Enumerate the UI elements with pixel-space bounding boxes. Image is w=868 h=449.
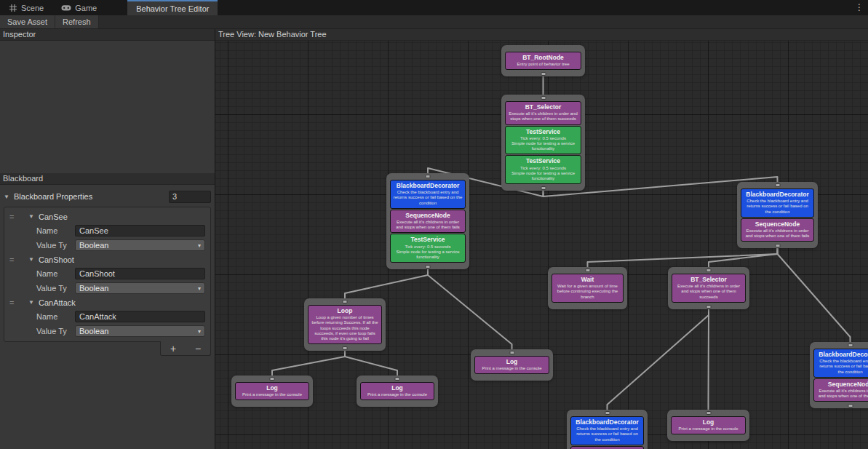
node-connector-top[interactable] — [605, 411, 610, 415]
bt-node-selector_right[interactable]: BT_SelectorExecute all it's childrens in… — [668, 267, 749, 309]
node-block-composite[interactable]: LoopLoop a given number of times before … — [308, 305, 382, 344]
save-asset-button[interactable]: Save Asset — [0, 15, 55, 28]
node-connector-top[interactable] — [706, 269, 712, 272]
node-block-service[interactable]: TestServiceTick every: 0.5 seconds Simpl… — [390, 234, 466, 263]
node-block-composite[interactable]: BT_SelectorExecute all it's children in … — [505, 101, 581, 125]
node-connector-top[interactable] — [706, 411, 711, 415]
tab-game[interactable]: Game — [52, 0, 105, 15]
node-description: Execute all it's children in order and s… — [508, 111, 578, 122]
node-description: Check the blackboard entry and returns s… — [816, 359, 868, 375]
property-item-header[interactable]: =▼CanShoot — [4, 253, 210, 266]
drag-handle-icon[interactable]: = — [9, 298, 28, 307]
node-connector-bottom[interactable] — [775, 244, 780, 247]
node-block-decorator[interactable]: BlackboardDecoratorCheck the blackboard … — [570, 416, 644, 445]
property-name-row: Name — [4, 309, 210, 324]
bt-node-loop[interactable]: LoopLoop a given number of times before … — [304, 298, 386, 351]
node-block-composite[interactable]: BT_SelectorExecute all it's childrens in… — [672, 274, 746, 303]
node-description: Print a message in the console — [238, 392, 306, 397]
property-item-header[interactable]: =▼CanAttack — [4, 295, 210, 309]
node-title: TestService — [508, 157, 578, 164]
tab-behavior-tree-editor[interactable]: Behavior Tree Editor — [127, 0, 218, 15]
node-connector-top[interactable] — [848, 343, 853, 347]
node-block-service[interactable]: TestServiceTick every: 0.5 seconds Simpl… — [505, 126, 581, 155]
foldout-arrow-icon[interactable]: ▼ — [28, 213, 36, 220]
property-item-header[interactable]: =▼CanSee — [4, 210, 210, 223]
add-property-button[interactable]: + — [163, 342, 183, 355]
value-type-selected: Boolean — [79, 327, 108, 335]
node-block-composite[interactable]: SequenceNodeExecute all it's childrens i… — [813, 378, 868, 402]
node-connector-bottom[interactable] — [706, 305, 712, 309]
value-type-selected: Boolean — [79, 284, 108, 293]
node-block-action[interactable]: LogPrint a message in the console — [570, 446, 644, 449]
node-connector-top[interactable] — [585, 269, 590, 272]
node-block-action[interactable]: WaitWait for a given amount of time befo… — [552, 274, 624, 303]
bt-node-selector_top[interactable]: BT_SelectorExecute all it's children in … — [501, 95, 585, 191]
node-connector-top[interactable] — [775, 183, 780, 187]
value-type-dropdown[interactable]: Boolean▾ — [75, 239, 205, 251]
foldout-arrow-icon[interactable]: ▼ — [28, 299, 36, 306]
value-type-dropdown[interactable]: Boolean▾ — [75, 282, 205, 294]
bt-node-root[interactable]: BT_RootNodeEntry point of behavior tree — [501, 45, 585, 76]
node-block-decorator[interactable]: BlackboardDecoratorCheck the blackboard … — [390, 180, 466, 209]
node-connector-top[interactable] — [541, 96, 546, 100]
node-block-service[interactable]: TestServiceTick every: 0.5 seconds Simpl… — [505, 155, 581, 184]
edge-left_seq-loop — [345, 267, 428, 301]
drag-handle-icon[interactable]: = — [9, 212, 28, 221]
remove-property-button[interactable]: − — [188, 342, 208, 355]
tree-view-canvas[interactable]: BT_RootNodeEntry point of behavior treeB… — [215, 41, 868, 449]
kebab-menu-icon[interactable]: ⋮ — [855, 2, 864, 12]
property-item-name: CanSee — [39, 212, 68, 221]
refresh-button[interactable]: Refresh — [55, 15, 99, 28]
bt-node-log_mid[interactable]: LogPrint a message in the console — [471, 349, 553, 381]
edge-left_seq-log_mid — [428, 267, 512, 351]
node-block-action[interactable]: LogPrint a message in the console — [360, 382, 434, 400]
blackboard-properties-foldout[interactable]: ▼ Blackboard Properties — [4, 190, 211, 203]
node-block-decorator[interactable]: BlackboardDecoratorCheck the blackboard … — [741, 188, 814, 218]
property-name-field[interactable] — [75, 225, 205, 237]
node-block-composite[interactable]: SequenceNodeExecute all it's childrens i… — [390, 210, 466, 234]
property-name-field[interactable] — [75, 311, 205, 322]
node-title: BlackboardDecorator — [816, 351, 868, 358]
node-title: BlackboardDecorator — [393, 182, 463, 189]
drag-handle-icon[interactable]: = — [9, 255, 28, 264]
bt-node-right_seq[interactable]: BlackboardDecoratorCheck the blackboard … — [737, 182, 818, 248]
bt-node-log_a[interactable]: LogPrint a message in the console — [231, 376, 313, 407]
node-title: BT_Selector — [508, 103, 578, 111]
bt-node-log_c[interactable]: LogPrint a message in the console — [667, 410, 749, 441]
node-connector-top[interactable] — [426, 175, 431, 178]
node-block-action[interactable]: LogPrint a message in the console — [235, 382, 309, 400]
node-block-action[interactable]: LogPrint a message in the console — [671, 416, 746, 434]
bt-node-left_seq[interactable]: BlackboardDecoratorCheck the blackboard … — [386, 173, 469, 269]
node-connector-bottom[interactable] — [541, 72, 546, 76]
node-block-composite[interactable]: BT_RootNodeEntry point of behavior tree — [505, 52, 581, 70]
bt-node-deco_log[interactable]: BlackboardDecoratorCheck the blackboard … — [567, 410, 648, 449]
foldout-arrow-icon[interactable]: ▼ — [4, 194, 11, 200]
node-connector-bottom[interactable] — [848, 404, 853, 408]
edge-right_seq-selector_right — [709, 246, 778, 269]
node-block-composite[interactable]: SequenceNodeExecute all it's childrens i… — [741, 218, 814, 242]
bt-node-log_b[interactable]: LogPrint a message in the console — [357, 376, 438, 407]
node-connector-top[interactable] — [509, 351, 514, 354]
value-type-dropdown[interactable]: Boolean▾ — [75, 325, 205, 337]
property-name-field[interactable] — [75, 268, 205, 279]
node-connector-top[interactable] — [395, 377, 400, 381]
main-area: Inspector Blackboard ▼ Blackboard Proper… — [0, 29, 868, 449]
node-connector-bottom[interactable] — [541, 186, 546, 190]
node-description: Wait for a given amount of time before c… — [554, 284, 621, 300]
tab-scene[interactable]: Scene — [0, 0, 52, 15]
node-connector-bottom[interactable] — [343, 346, 348, 350]
node-block-action[interactable]: LogPrint a message in the console — [474, 356, 549, 374]
blackboard-count-field[interactable] — [169, 191, 211, 203]
bt-node-right_cut[interactable]: BlackboardDecoratorCheck the blackboard … — [810, 342, 868, 408]
node-block-decorator[interactable]: BlackboardDecoratorCheck the blackboard … — [813, 349, 868, 378]
foldout-arrow-icon[interactable]: ▼ — [28, 256, 36, 263]
bt-node-wait[interactable]: WaitWait for a given amount of time befo… — [548, 267, 627, 309]
tab-label: Game — [75, 4, 97, 12]
inspector-body — [0, 41, 215, 173]
edge-loop-log_b — [345, 349, 397, 378]
name-label: Name — [36, 269, 75, 278]
blackboard-property-item: =▼CanSeeNameValue TyBoolean▾ — [4, 210, 210, 253]
node-connector-bottom[interactable] — [426, 265, 431, 269]
node-connector-top[interactable] — [343, 300, 348, 303]
node-connector-top[interactable] — [270, 377, 275, 381]
